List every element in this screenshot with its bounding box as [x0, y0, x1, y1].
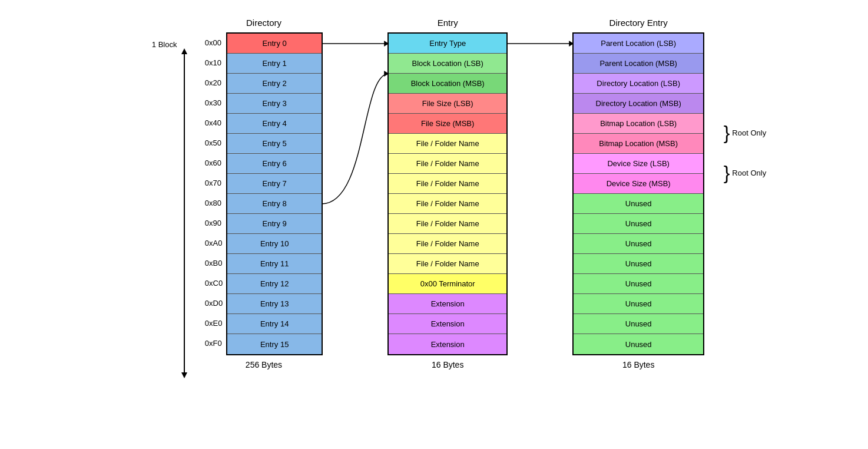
ruler: 1 Block	[178, 53, 190, 374]
dir-addr-6: 0x60	[205, 153, 223, 173]
dirent-row-15: Unused	[574, 334, 703, 354]
dir-addr-1: 0x10	[205, 52, 223, 72]
dirent-row-2: Directory Location (LSB)	[574, 74, 703, 94]
dir-addr-13: 0xD0	[205, 293, 223, 313]
dir-entry-3: Entry 3	[227, 94, 322, 114]
entry-row-4: File Size (MSB)	[389, 114, 506, 134]
dirent-row-1: Parent Location (MSB)	[574, 54, 703, 74]
entry-row-12: 0x00 Terminator	[389, 274, 506, 294]
entry-row-7: File / Folder Name	[389, 174, 506, 194]
directory-entries: Entry 0Entry 1Entry 2Entry 3Entry 4Entry…	[226, 32, 323, 355]
entry-row-15: Extension	[389, 334, 506, 354]
dirent-row-0: Parent Location (LSB)	[574, 34, 703, 54]
directory-title: Directory	[246, 18, 281, 28]
dir-entry-8: Entry 8	[227, 194, 322, 214]
dir-entry-1: Entry 1	[227, 54, 322, 74]
dir-addr-14: 0xE0	[205, 313, 223, 333]
dir-entry-11: Entry 11	[227, 254, 322, 274]
entry-title: Entry	[438, 18, 458, 28]
ruler-line	[184, 53, 185, 374]
dir-addr-7: 0x70	[205, 173, 223, 193]
dir-addr-9: 0x90	[205, 213, 223, 233]
dirent-row-12: Unused	[574, 274, 703, 294]
ruler-label: 1 Block	[152, 40, 177, 49]
dirent-row-3: Directory Location (MSB)	[574, 94, 703, 114]
dir-entry-4: Entry 4	[227, 114, 322, 134]
directory-entry-table: Parent Location (LSB)Parent Location (MS…	[572, 32, 704, 355]
dir-entry-2: Entry 2	[227, 74, 322, 94]
dirent-row-4: Bitmap Location (LSB)	[574, 114, 703, 134]
dirent-row-5: Bitmap Location (MSB)	[574, 134, 703, 154]
entry-table: Entry TypeBlock Location (LSB)Block Loca…	[387, 32, 508, 355]
dirent-row-14: Unused	[574, 314, 703, 334]
dir-entry-10: Entry 10	[227, 234, 322, 254]
dirent-row-7: Device Size (MSB)	[574, 174, 703, 194]
dir-entry-0: Entry 0	[227, 34, 322, 54]
dirent-row-10: Unused	[574, 234, 703, 254]
entry-row-14: Extension	[389, 314, 506, 334]
dir-addr-11: 0xB0	[205, 253, 223, 273]
ruler-arrow-bottom	[181, 372, 187, 378]
dir-entry-7: Entry 7	[227, 174, 322, 194]
main-container: 1 Block Directory 0x000x100x200x300x400x…	[0, 0, 868, 449]
entry-row-9: File / Folder Name	[389, 214, 506, 234]
dir-addr-8: 0x80	[205, 193, 223, 213]
ruler-arrow-top	[181, 48, 187, 54]
entry-subtitle: 16 Bytes	[432, 360, 463, 369]
entry-row-1: Block Location (LSB)	[389, 54, 506, 74]
entry-row-3: File Size (LSB)	[389, 94, 506, 114]
dir-entry-14: Entry 14	[227, 314, 322, 334]
entry-row-8: File / Folder Name	[389, 194, 506, 214]
dir-addr-2: 0x20	[205, 72, 223, 93]
root-only-label-1: }Root Only	[724, 113, 767, 153]
dir-addr-15: 0xF0	[205, 333, 223, 353]
dirent-row-11: Unused	[574, 254, 703, 274]
entry-column: Entry Entry TypeBlock Location (LSB)Bloc…	[387, 18, 508, 369]
entry-row-13: Extension	[389, 294, 506, 314]
directory-entry-title: Directory Entry	[609, 18, 668, 28]
entry-row-2: Block Location (MSB)	[389, 74, 506, 94]
dir-entry-9: Entry 9	[227, 214, 322, 234]
dirent-row-13: Unused	[574, 294, 703, 314]
entry-row-0: Entry Type	[389, 34, 506, 54]
directory-entry-subtitle: 16 Bytes	[622, 360, 654, 369]
dir-entry-12: Entry 12	[227, 274, 322, 294]
root-only-label-2: }Root Only	[724, 153, 767, 193]
dir-addr-10: 0xA0	[205, 233, 223, 253]
dir-addr-4: 0x40	[205, 113, 223, 133]
dir-entry-15: Entry 15	[227, 334, 322, 354]
entry-row-11: File / Folder Name	[389, 254, 506, 274]
dir-addr-5: 0x50	[205, 133, 223, 153]
dir-addr-0: 0x00	[205, 32, 223, 52]
directory-subtitle: 256 Bytes	[246, 360, 282, 369]
dir-addr-3: 0x30	[205, 93, 223, 113]
dirent-row-9: Unused	[574, 214, 703, 234]
dirent-row-6: Device Size (LSB)	[574, 154, 703, 174]
directory-entry-column: Directory Entry Parent Location (LSB)Par…	[572, 18, 704, 369]
directory-column: Directory 0x000x100x200x300x400x500x600x…	[205, 18, 323, 369]
dir-entry-5: Entry 5	[227, 134, 322, 154]
entry-row-10: File / Folder Name	[389, 234, 506, 254]
dir-addr-12: 0xC0	[205, 273, 223, 293]
entry-row-6: File / Folder Name	[389, 154, 506, 174]
dir-entry-6: Entry 6	[227, 154, 322, 174]
directory-table: 0x000x100x200x300x400x500x600x700x800x90…	[205, 32, 323, 355]
directory-addresses: 0x000x100x200x300x400x500x600x700x800x90…	[205, 32, 223, 355]
directory-entry-section: Parent Location (LSB)Parent Location (MS…	[572, 32, 704, 355]
entry-row-5: File / Folder Name	[389, 134, 506, 154]
dir-entry-13: Entry 13	[227, 294, 322, 314]
dirent-row-8: Unused	[574, 194, 703, 214]
